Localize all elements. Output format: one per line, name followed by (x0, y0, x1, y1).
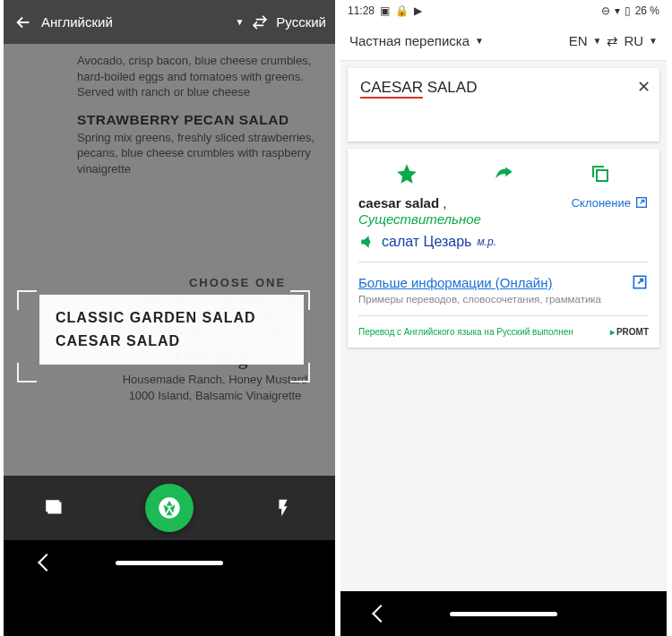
share-icon[interactable] (491, 161, 516, 186)
battery-icon: ▯ (625, 4, 631, 17)
target-lang-label: Русский (276, 14, 326, 30)
input-word: SALAD (427, 79, 478, 96)
left-phone: Английский ▼ Русский Avocado, crisp baco… (4, 0, 335, 636)
target-lang-selector[interactable]: Русский (276, 14, 326, 30)
right-phone: 11:28 ▣ 🔒 ▶ ⊖ ▾ ▯ 26 % Частная переписка… (340, 0, 667, 636)
nav-back-icon[interactable] (372, 605, 390, 623)
more-info-label: Больше информации (Онлайн) (358, 275, 553, 290)
copy-icon[interactable] (588, 161, 613, 186)
more-info-link[interactable]: Больше информации (Онлайн) (358, 273, 649, 291)
camera-controls (4, 476, 335, 540)
divider (358, 315, 649, 316)
choose-label: CHOOSE ONE (149, 275, 326, 291)
chevron-down-icon[interactable]: ▼ (649, 36, 658, 46)
ocr-line: CLASSIC GARDEN SALAD (56, 310, 288, 326)
nav-home-icon[interactable] (450, 612, 557, 616)
nav-home-icon[interactable] (116, 561, 223, 565)
card-footer: Перевод с Английского языка на Русский в… (358, 327, 649, 337)
action-row (358, 158, 649, 195)
src-code[interactable]: EN (569, 33, 588, 48)
menu-desc: Spring mix greens, freshly sliced strawb… (77, 130, 326, 177)
declension-label: Склонение (572, 196, 631, 210)
dnd-icon: ⊖ (601, 4, 610, 17)
translation-row: салат Цезарь м.р. (358, 233, 649, 251)
wifi-icon: ▾ (615, 4, 620, 17)
status-bar: 11:28 ▣ 🔒 ▶ ⊖ ▾ ▯ 26 % (340, 0, 667, 21)
android-navbar (340, 591, 667, 636)
sub-info: Примеры переводов, словосочетания, грамм… (358, 294, 649, 305)
menu-desc: Avocado, crisp bacon, blue cheese crumbl… (77, 53, 326, 100)
mode-selector[interactable]: Частная переписка (349, 33, 470, 48)
shutter-button[interactable] (145, 484, 194, 532)
declension-link[interactable]: Склонение (572, 195, 649, 210)
promt-logo: PROMT (610, 327, 649, 337)
key-icon: 🔒 (395, 4, 409, 17)
translation-text: салат Цезарь (382, 234, 471, 250)
play-icon: ▶ (414, 4, 422, 17)
menu-option: 1000 Island, Balsamic Vinaigrette (104, 388, 326, 404)
term-row: Склонение caesar salad , Существительное (358, 195, 649, 228)
pos-label: Существительное (358, 211, 481, 227)
camera-view: Avocado, crisp bacon, blue cheese crumbl… (4, 44, 335, 540)
chevron-down-icon[interactable]: ▼ (593, 36, 602, 46)
flash-icon[interactable] (270, 494, 297, 521)
swap-icon[interactable]: ⇄ (607, 33, 618, 49)
input-word: CAESAR (360, 79, 423, 99)
close-icon[interactable]: ✕ (637, 77, 650, 97)
status-time: 11:28 (348, 4, 375, 17)
divider (358, 262, 649, 262)
image-icon: ▣ (380, 4, 390, 17)
android-navbar (4, 540, 335, 585)
chevron-down-icon[interactable]: ▼ (475, 36, 484, 46)
chevron-down-icon[interactable]: ▼ (235, 17, 244, 27)
gallery-icon[interactable] (42, 494, 69, 521)
nav-back-icon[interactable] (38, 554, 56, 572)
menu-head: STRAWBERRY PECAN SALAD (77, 111, 326, 130)
result-card: Склонение caesar salad , Существительное… (348, 149, 659, 348)
star-icon[interactable] (394, 161, 419, 186)
crop-corner-icon[interactable] (17, 363, 37, 382)
mode-lang-bar: Частная переписка ▼ EN ▼ ⇄ RU ▼ (340, 21, 667, 61)
source-lang-selector[interactable]: Английский (41, 14, 113, 30)
crop-corner-icon[interactable] (17, 290, 37, 310)
crop-corner-icon[interactable] (290, 363, 310, 382)
input-text: CAESAR SALAD (360, 79, 647, 97)
battery-pct: 26 % (635, 4, 659, 17)
grammar-label: м.р. (477, 236, 496, 248)
speaker-icon[interactable] (358, 233, 376, 251)
ocr-highlight: CLASSIC GARDEN SALAD CAESAR SALAD (39, 295, 304, 365)
swap-icon[interactable] (251, 13, 269, 31)
back-arrow-icon[interactable] (13, 12, 34, 33)
tgt-code[interactable]: RU (624, 33, 643, 48)
input-card[interactable]: CAESAR SALAD ✕ (348, 68, 659, 142)
ocr-line: CAESAR SALAD (56, 333, 288, 349)
svg-rect-0 (597, 170, 607, 181)
translate-header: Английский ▼ Русский (4, 0, 335, 44)
footer-note: Перевод с Английского языка на Русский в… (358, 327, 573, 337)
source-lang-label: Английский (41, 14, 113, 30)
term-text: caesar salad (358, 195, 439, 211)
